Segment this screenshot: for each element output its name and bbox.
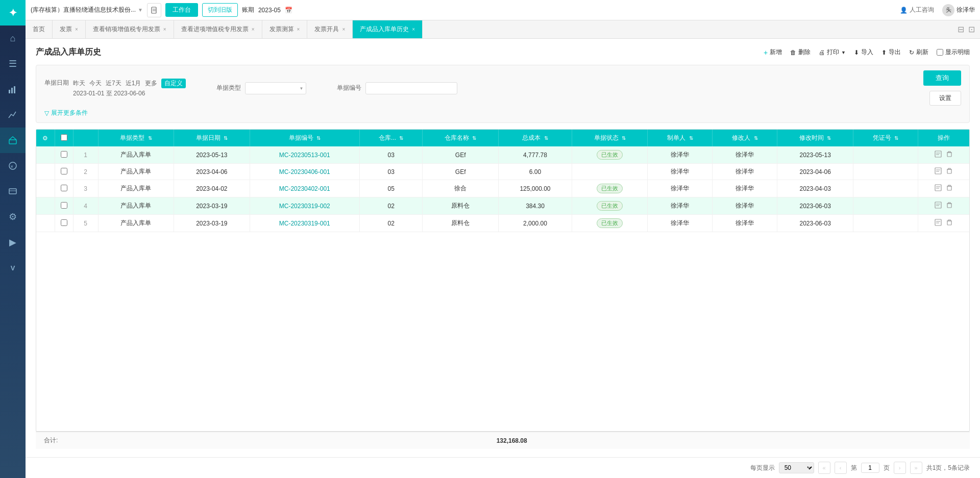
- th-total-cost[interactable]: 总成本 ⇅: [498, 130, 572, 146]
- edit-icon-1[interactable]: [935, 167, 942, 176]
- date-7days[interactable]: 近7天: [106, 79, 121, 88]
- tab-sales-vat[interactable]: 查看销项增值税专用发票 ×: [86, 20, 174, 38]
- sidebar-item-finance[interactable]: [0, 179, 26, 204]
- refresh-button[interactable]: ↻ 刷新: [909, 48, 928, 57]
- tab-invoice[interactable]: 发票 ×: [53, 20, 86, 38]
- tab-restore-button[interactable]: ⊟: [958, 24, 964, 34]
- th-doc-status[interactable]: 单据状态 ⇅: [572, 130, 648, 146]
- th-doc-date[interactable]: 单据日期 ⇅: [174, 130, 250, 146]
- company-selector[interactable]: (库存核算）直播轻绕通信息技术股份... ▼: [31, 6, 143, 14]
- doc-number-link[interactable]: MC-20230406-001: [279, 168, 330, 175]
- doc-number-link[interactable]: MC-20230513-001: [279, 152, 330, 159]
- td-checkbox[interactable]: [55, 197, 73, 215]
- first-page-button[interactable]: «: [818, 462, 830, 474]
- row-checkbox-0[interactable]: [61, 151, 67, 158]
- sidebar-item-version[interactable]: V: [0, 255, 26, 281]
- select-all-checkbox[interactable]: [61, 134, 67, 141]
- th-doc-type[interactable]: 单据类型 ⇅: [98, 130, 174, 146]
- td-doc-number[interactable]: MC-20230406-001: [250, 164, 360, 180]
- import-button[interactable]: ⬇ 导入: [854, 48, 873, 57]
- date-1month[interactable]: 近1月: [126, 79, 141, 88]
- tab-invoice-issue[interactable]: 发票开具 ×: [307, 20, 353, 38]
- tab-maximize-button[interactable]: ⊡: [968, 24, 975, 34]
- doc-number-link[interactable]: MC-20230319-002: [279, 203, 330, 210]
- edit-icon-3[interactable]: [935, 202, 942, 210]
- edit-icon-4[interactable]: [935, 219, 942, 228]
- tab-invoice-calc[interactable]: 发票测算 ×: [262, 20, 308, 38]
- th-modify-time[interactable]: 修改时间 ⇅: [777, 130, 853, 146]
- query-button[interactable]: 查询: [923, 70, 961, 86]
- td-checkbox[interactable]: [55, 215, 73, 232]
- sidebar-item-settings[interactable]: ⚙: [0, 204, 26, 230]
- delete-icon-0[interactable]: [946, 150, 953, 159]
- help-button[interactable]: 👤 人工咨询: [900, 6, 934, 14]
- period-calendar-icon[interactable]: 📅: [285, 7, 292, 14]
- last-page-button[interactable]: »: [910, 462, 922, 474]
- doc-number-link[interactable]: MC-20230319-001: [279, 220, 330, 227]
- tab-product-history-close[interactable]: ×: [412, 27, 415, 32]
- date-yesterday[interactable]: 昨天: [73, 79, 85, 88]
- edit-icon-2[interactable]: [935, 184, 942, 193]
- sidebar-item-home[interactable]: ⌂: [0, 26, 26, 51]
- workbench-button[interactable]: 工作台: [165, 3, 198, 17]
- th-checkbox[interactable]: [55, 130, 73, 146]
- date-today[interactable]: 今天: [89, 79, 102, 88]
- tab-purchase-vat-close[interactable]: ×: [252, 27, 255, 32]
- td-doc-number[interactable]: MC-20230513-001: [250, 146, 360, 164]
- user-menu[interactable]: 头 徐泽华: [942, 4, 975, 16]
- td-checkbox[interactable]: [55, 180, 73, 197]
- td-checkbox[interactable]: [55, 164, 73, 180]
- row-checkbox-3[interactable]: [61, 202, 67, 209]
- sidebar-item-analytics[interactable]: [0, 102, 26, 128]
- delete-icon-4[interactable]: [946, 219, 953, 228]
- edit-icon-0[interactable]: [935, 150, 942, 159]
- delete-icon-3[interactable]: [946, 202, 953, 210]
- show-detail-checkbox[interactable]: 显示明细: [937, 48, 970, 57]
- th-doc-number[interactable]: 单据编号 ⇅: [250, 130, 360, 146]
- date-more[interactable]: 更多: [145, 79, 157, 88]
- page-number-input[interactable]: [861, 463, 879, 473]
- sidebar-item-inventory[interactable]: [0, 128, 26, 153]
- sidebar-item-docs[interactable]: ☰: [0, 51, 26, 77]
- tab-home[interactable]: 首页: [26, 20, 53, 38]
- new-button[interactable]: + 新增: [764, 48, 782, 57]
- th-warehouse-code[interactable]: 仓库... ⇅: [360, 130, 423, 146]
- switch-old-button[interactable]: 切到旧版: [202, 3, 238, 17]
- th-warehouse-name[interactable]: 仓库名称 ⇅: [423, 130, 498, 146]
- tab-sales-vat-close[interactable]: ×: [163, 27, 166, 32]
- th-modifier[interactable]: 修改人 ⇅: [713, 130, 777, 146]
- tab-invoice-calc-close[interactable]: ×: [297, 27, 300, 32]
- tab-product-history[interactable]: 产成品入库单历史 ×: [353, 20, 423, 38]
- sidebar-item-assets[interactable]: ¥: [0, 153, 26, 179]
- doc-number-input[interactable]: [365, 82, 457, 94]
- delete-icon-2[interactable]: [946, 184, 953, 193]
- delete-icon-1[interactable]: [946, 167, 953, 176]
- row-checkbox-4[interactable]: [61, 219, 67, 226]
- expand-filter-button[interactable]: ▽ 展开更多条件: [44, 109, 88, 117]
- tab-invoice-close[interactable]: ×: [75, 27, 78, 32]
- sidebar-item-video[interactable]: ▶: [0, 230, 26, 255]
- td-checkbox[interactable]: [55, 146, 73, 164]
- export-button[interactable]: ⬆ 导出: [881, 48, 901, 57]
- td-doc-number[interactable]: MC-20230319-002: [250, 197, 360, 215]
- row-checkbox-2[interactable]: [61, 185, 67, 191]
- show-detail-input[interactable]: [937, 49, 943, 56]
- row-checkbox-1[interactable]: [61, 168, 67, 174]
- delete-button[interactable]: 🗑 删除: [790, 48, 811, 57]
- doc-icon-button[interactable]: [147, 3, 161, 17]
- sidebar-item-reports[interactable]: [0, 77, 26, 102]
- tab-invoice-issue-close[interactable]: ×: [342, 27, 345, 32]
- doc-type-select[interactable]: 产品入库单: [245, 82, 306, 94]
- next-page-button[interactable]: ›: [894, 462, 906, 474]
- prev-page-button[interactable]: ‹: [835, 462, 847, 474]
- th-voucher-no[interactable]: 凭证号 ⇅: [853, 130, 918, 146]
- doc-number-link[interactable]: MC-20230402-001: [279, 185, 330, 192]
- th-settings[interactable]: ⚙: [36, 130, 55, 146]
- filter-settings-button[interactable]: 设置: [929, 91, 961, 106]
- th-creator[interactable]: 制单人 ⇅: [648, 130, 713, 146]
- td-doc-number[interactable]: MC-20230402-001: [250, 180, 360, 197]
- tab-purchase-vat[interactable]: 查看进项增值税专用发票 ×: [174, 20, 262, 38]
- date-custom[interactable]: 自定义: [161, 79, 186, 88]
- td-doc-number[interactable]: MC-20230319-001: [250, 215, 360, 232]
- per-page-select[interactable]: 20 50 100: [779, 462, 814, 473]
